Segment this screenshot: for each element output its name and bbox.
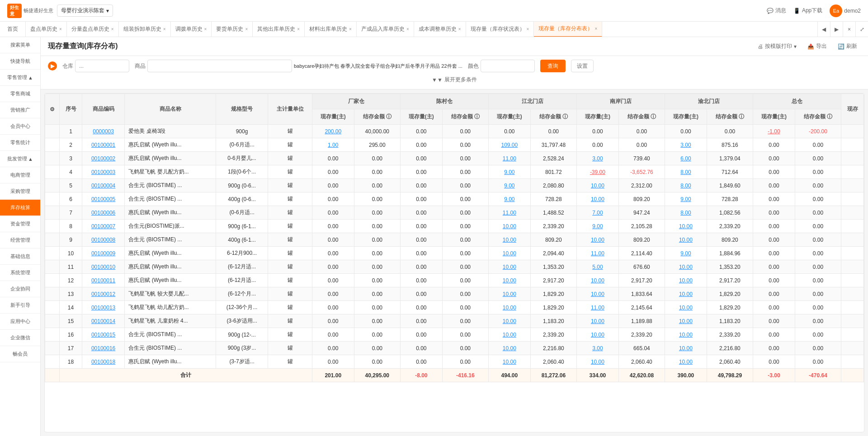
row-code[interactable]: 00100002 bbox=[82, 152, 124, 165]
value-link-cell[interactable]: 10.00 bbox=[489, 301, 531, 314]
tab-cailiaochuku[interactable]: 材料出库单历史 × bbox=[305, 22, 357, 37]
value-link-cell[interactable]: 10.00 bbox=[665, 314, 707, 328]
value-cell[interactable]: 0.00 bbox=[401, 328, 443, 342]
close-icon[interactable]: × bbox=[458, 27, 461, 32]
value-link-cell[interactable]: 10.00 bbox=[489, 247, 531, 260]
value-link-cell[interactable]: 11.00 bbox=[489, 152, 531, 165]
value-link-cell[interactable]: 1.00 bbox=[312, 138, 354, 152]
color-input[interactable] bbox=[481, 60, 535, 72]
row-code[interactable]: 00100007 bbox=[82, 220, 124, 233]
value-cell[interactable]: 0.00 bbox=[312, 260, 354, 274]
row-code[interactable]: 00100003 bbox=[82, 165, 124, 179]
tab-chanchengpin[interactable]: 产成品入库单历史 × bbox=[357, 22, 414, 37]
sidebar-item-wechat[interactable]: 企业微信 bbox=[0, 330, 40, 346]
value-cell[interactable]: 0.00 bbox=[753, 287, 795, 301]
sidebar-item-ecommerce[interactable]: 电商管理 bbox=[0, 167, 40, 183]
value-link-cell[interactable]: 10.00 bbox=[489, 287, 531, 301]
value-link-cell[interactable]: 10.00 bbox=[577, 328, 619, 342]
value-link-cell[interactable]: 10.00 bbox=[665, 260, 707, 274]
value-cell[interactable]: 0.00 bbox=[401, 287, 443, 301]
value-cell[interactable]: 0.00 bbox=[577, 125, 619, 138]
value-link-cell[interactable]: 10.00 bbox=[665, 233, 707, 247]
value-link-cell[interactable]: 10.00 bbox=[489, 342, 531, 355]
value-cell[interactable]: 0.00 bbox=[753, 165, 795, 179]
value-link-cell[interactable]: 9.00 bbox=[577, 220, 619, 233]
value-link-cell[interactable]: 10.00 bbox=[577, 314, 619, 328]
value-link-cell[interactable]: 10.00 bbox=[577, 179, 619, 192]
value-cell[interactable]: 0.00 bbox=[401, 247, 443, 260]
close-icon[interactable]: × bbox=[527, 27, 529, 32]
value-cell[interactable]: 0.00 bbox=[489, 125, 531, 138]
value-cell[interactable]: 0.00 bbox=[753, 260, 795, 274]
value-link-cell[interactable]: 5.00 bbox=[577, 260, 619, 274]
app-download-action[interactable]: 📱 App下载 bbox=[793, 7, 822, 14]
sidebar-item-retail-stats[interactable]: 零售统计 bbox=[0, 135, 40, 151]
row-code[interactable]: 00100014 bbox=[82, 314, 124, 328]
value-link-cell[interactable]: 3.00 bbox=[577, 152, 619, 165]
value-link-cell[interactable]: 10.00 bbox=[489, 314, 531, 328]
value-link-cell[interactable]: 9.00 bbox=[489, 165, 531, 179]
close-icon[interactable]: × bbox=[111, 27, 114, 32]
value-cell[interactable]: 0.00 bbox=[401, 274, 443, 287]
value-cell[interactable]: 0.00 bbox=[401, 125, 443, 138]
tab-yaohuo[interactable]: 要货单历史 × bbox=[212, 22, 253, 37]
value-link-cell[interactable]: 10.00 bbox=[577, 233, 619, 247]
value-cell[interactable]: 0.00 bbox=[753, 342, 795, 355]
value-link-cell[interactable]: 7.00 bbox=[577, 206, 619, 220]
nav-next-btn[interactable]: ▶ bbox=[830, 22, 843, 37]
value-cell[interactable]: 0.00 bbox=[401, 342, 443, 355]
value-cell[interactable]: 0.00 bbox=[753, 247, 795, 260]
value-cell[interactable]: 0.00 bbox=[312, 152, 354, 165]
value-cell[interactable]: 0.00 bbox=[753, 328, 795, 342]
print-button[interactable]: 🖨 按模版打印 ▾ bbox=[754, 41, 800, 52]
nav-home[interactable]: 首页 bbox=[0, 22, 26, 37]
value-cell[interactable]: 0.00 bbox=[401, 138, 443, 152]
sidebar-item-retail-mall[interactable]: 零售商城 bbox=[0, 86, 40, 102]
value-cell[interactable]: 0.00 bbox=[401, 301, 443, 314]
settings-button[interactable]: 设置 bbox=[571, 60, 594, 72]
row-code[interactable]: 0000003 bbox=[82, 125, 124, 138]
row-code[interactable]: 00100011 bbox=[82, 274, 124, 287]
nav-expand-btn[interactable]: ⤢ bbox=[855, 22, 868, 37]
value-cell[interactable]: 0.00 bbox=[753, 138, 795, 152]
sidebar-item-marketing[interactable]: 营销推广 bbox=[0, 102, 40, 118]
sidebar-item-nav[interactable]: 快捷导航 bbox=[0, 53, 40, 70]
value-link-cell[interactable]: 10.00 bbox=[665, 355, 707, 369]
user-action[interactable]: Ea demo2 bbox=[830, 5, 861, 17]
value-link-cell[interactable]: 10.00 bbox=[489, 233, 531, 247]
value-cell[interactable]: 0.00 bbox=[577, 138, 619, 152]
warehouse-input[interactable] bbox=[75, 60, 129, 72]
value-cell[interactable]: 0.00 bbox=[312, 206, 354, 220]
value-cell[interactable]: 0.00 bbox=[312, 247, 354, 260]
value-link-cell[interactable]: 10.00 bbox=[577, 192, 619, 206]
row-code[interactable]: 00100004 bbox=[82, 179, 124, 192]
sidebar-item-basic-info[interactable]: 基础信息 bbox=[0, 248, 40, 265]
tab-qitachuku[interactable]: 其他出库单历史 × bbox=[253, 22, 305, 37]
value-cell[interactable]: 0.00 bbox=[401, 179, 443, 192]
sidebar-item-changhui[interactable]: 畅会员 bbox=[0, 346, 40, 362]
row-code[interactable]: 00100016 bbox=[82, 342, 124, 355]
tab-fenliangpandian[interactable]: 分量盘点单历史 × bbox=[67, 22, 119, 37]
tab-zuzhangchaijie[interactable]: 组装拆卸单历史 × bbox=[119, 22, 171, 37]
toggle-expand-btn[interactable]: ▶ bbox=[48, 61, 57, 70]
value-cell[interactable]: 0.00 bbox=[401, 355, 443, 369]
value-cell[interactable]: 0.00 bbox=[312, 314, 354, 328]
refresh-button[interactable]: 🔄 刷新 bbox=[834, 41, 861, 52]
sidebar-item-search[interactable]: 搜索英单 bbox=[0, 37, 40, 53]
table-container[interactable]: ⚙ 序号 商品编码 商品名称 规格型号 主计量单位 厂家仓 陈村仓 江北门店 南… bbox=[44, 93, 864, 432]
value-cell[interactable]: 0.00 bbox=[312, 355, 354, 369]
value-link-cell[interactable]: 10.00 bbox=[489, 355, 531, 369]
sidebar-item-inventory[interactable]: 库存核算 bbox=[0, 200, 40, 216]
row-code[interactable]: 00100010 bbox=[82, 260, 124, 274]
value-cell[interactable]: 0.00 bbox=[401, 314, 443, 328]
sidebar-item-appcenter[interactable]: 应用中心 bbox=[0, 314, 40, 330]
sidebar-item-enterprise[interactable]: 企业协同 bbox=[0, 281, 40, 297]
th-settings[interactable]: ⚙ bbox=[45, 94, 60, 125]
tab-kucunfenbu[interactable]: 现存量（库存分布表） × bbox=[534, 22, 602, 37]
value-cell[interactable]: 0.00 bbox=[312, 233, 354, 247]
value-cell[interactable]: 0.00 bbox=[312, 220, 354, 233]
value-link-cell[interactable]: 9.00 bbox=[489, 179, 531, 192]
value-link-cell[interactable]: 6.00 bbox=[665, 152, 707, 165]
value-link-cell[interactable]: 200.00 bbox=[312, 125, 354, 138]
sidebar-item-retail-mgmt[interactable]: 零售管理 ▲ bbox=[0, 70, 40, 86]
